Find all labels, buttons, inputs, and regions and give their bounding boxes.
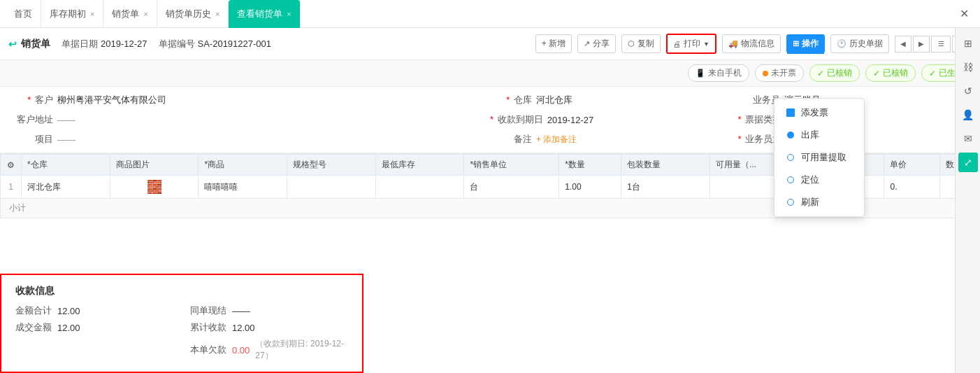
prev-button[interactable]: ◀ [895, 36, 911, 52]
doc-number-field: 单据编号 SA-20191227-001 [159, 38, 272, 50]
print-button-wrapper: 🖨 打印 ▼ [666, 34, 716, 54]
refresh-item[interactable]: 刷新 [774, 191, 864, 213]
window-close-button[interactable]: ✕ [954, 7, 974, 20]
col-pkg-qty: 包装数量 [621, 155, 710, 176]
right-sidebar: ⊞ ⛓ ↺ 👤 ✉ ⤢ [955, 28, 980, 373]
due-amount-row: 本单欠款 0.00 （收款到期日: 2019-12-27） [190, 338, 348, 362]
row-warehouse: 河北仓库 [22, 176, 110, 199]
sidebar-person-icon[interactable]: 👤 [958, 105, 978, 125]
status-bar: 📱 来自手机 未开票 ✓ 已核销 ✓ 已核销 ✓ 已生效 [0, 60, 980, 87]
payment-title: 收款信息 [15, 285, 348, 297]
project-field: 项目 —— [11, 133, 473, 146]
tab-close-inventory[interactable]: × [90, 10, 94, 18]
logistics-icon: 🚚 [728, 39, 738, 48]
phone-icon: 📱 [696, 69, 705, 78]
copy-icon: ⬡ [628, 39, 635, 48]
payment-total-row: 金额合计 12.00 [15, 304, 173, 317]
print-button[interactable]: 🖨 打印 ▼ [668, 35, 715, 52]
add-note-button[interactable]: + 添加备注 [536, 134, 577, 146]
col-price: 单价 [884, 155, 940, 176]
not-open-dot [763, 71, 768, 76]
not-open-tag[interactable]: 未开票 [755, 64, 804, 82]
effective-icon: ✓ [929, 69, 936, 78]
add-invoice-item[interactable]: 添发票 [774, 101, 864, 124]
address-field: 客户地址 —— [11, 113, 473, 126]
tab-sales-history[interactable]: 销货单历史 × [157, 0, 229, 28]
col-unit: *销售单位 [464, 155, 559, 176]
row-min-stock [375, 176, 464, 199]
product-image-icon: 🧱 [147, 180, 162, 194]
sidebar-mail-icon[interactable]: ✉ [958, 129, 978, 148]
sold-tag[interactable]: ✓ 已核销 [865, 64, 916, 82]
tab-sales-order[interactable]: 销货单 × [103, 0, 157, 28]
refresh-icon [787, 199, 794, 206]
due-row [15, 338, 173, 362]
row-qty: 1.00 [559, 176, 621, 199]
logistics-button[interactable]: 🚚 物流信息 [722, 34, 781, 53]
next-button[interactable]: ▶ [913, 36, 930, 52]
sales-order-icon: ↩ [8, 38, 17, 50]
same-order-row: 同单现结 —— [190, 304, 348, 317]
sidebar-expand-icon[interactable]: ⤢ [958, 153, 978, 172]
doc-header: ↩ 销货单 单据日期 2019-12-27 单据编号 SA-20191227-0… [0, 28, 980, 60]
warehouse-field: * 仓库 河北仓库 [490, 94, 721, 106]
operation-button[interactable]: ⊞ 操作 [786, 34, 825, 53]
row-seq: 1 [1, 176, 22, 199]
row-image: 🧱 [110, 176, 199, 199]
sold-icon: ✓ [873, 69, 880, 78]
share-button[interactable]: ↗ 分享 [577, 34, 616, 53]
doc-header-left: ↩ 销货单 单据日期 2019-12-27 单据编号 SA-20191227-0… [8, 38, 271, 50]
sidebar-refresh-icon[interactable]: ↺ [958, 81, 978, 101]
operation-dropdown: 添发票 出库 可用量提取 定位 [774, 98, 865, 217]
col-settings: ⚙ [1, 155, 22, 176]
note-field: 备注 + 添加备注 [490, 133, 721, 146]
row-unit: 台 [464, 176, 559, 199]
available-pick-item[interactable]: 可用量提取 [774, 146, 864, 169]
available-pick-icon [787, 154, 794, 161]
row-price: 0. [884, 176, 940, 199]
tab-close-sales[interactable]: × [143, 10, 147, 18]
cumulative-row: 累计收款 12.00 [190, 321, 348, 334]
deal-amount-row: 成交金额 12.00 [15, 321, 173, 334]
payment-info-box: 收款信息 金额合计 12.00 同单现结 —— 成交金额 12.00 累计收款 … [0, 274, 363, 373]
row-product: 嘻嘻嘻嘻 [199, 176, 287, 199]
sidebar-grid-icon[interactable]: ⊞ [958, 34, 978, 53]
new-button[interactable]: + 新增 [535, 34, 572, 53]
col-qty: *数量 [559, 155, 621, 176]
list-view-button[interactable]: ☰ [931, 36, 951, 52]
customer-field: * 客户 柳州粤港平安气体有限公司 [11, 94, 473, 106]
tab-view-sales[interactable]: 查看销货单 × [229, 0, 300, 28]
doc-header-actions: + 新增 ↗ 分享 ⬡ 复制 🖨 打印 ▼ [535, 34, 972, 54]
col-spec: 规格型号 [287, 155, 376, 176]
print-icon: 🖨 [673, 40, 681, 48]
history-icon: 🕐 [837, 39, 846, 48]
col-warehouse: *仓库 [22, 155, 110, 176]
payment-date-field: * 收款到期日 2019-12-27 [490, 113, 721, 126]
out-warehouse-icon [787, 132, 794, 139]
locate-item[interactable]: 定位 [774, 169, 864, 191]
check-icon: ✓ [817, 69, 824, 78]
doc-date-field: 单据日期 2019-12-27 [62, 38, 147, 50]
col-product: *商品 [199, 155, 287, 176]
tab-close-history[interactable]: × [215, 10, 219, 18]
add-invoice-icon [786, 108, 795, 117]
payment-grid: 金额合计 12.00 同单现结 —— 成交金额 12.00 累计收款 12.00 [15, 304, 348, 362]
sidebar-link-icon[interactable]: ⛓ [958, 57, 978, 77]
copy-button[interactable]: ⬡ 复制 [621, 34, 661, 53]
out-warehouse-item[interactable]: 出库 [774, 124, 864, 146]
col-min-stock: 最低库存 [375, 155, 464, 176]
history-button[interactable]: 🕐 历史单据 [830, 34, 889, 53]
doc-meta: 单据日期 2019-12-27 单据编号 SA-20191227-001 [62, 38, 271, 50]
tab-inventory-init[interactable]: 库存期初 × [41, 0, 103, 28]
tab-home[interactable]: 首页 [6, 0, 41, 28]
row-spec [287, 176, 376, 199]
print-dropdown-arrow: ▼ [703, 41, 709, 48]
tab-close-view[interactable]: × [287, 10, 291, 18]
row-pkg-qty: 1台 [621, 176, 710, 199]
share-icon: ↗ [584, 39, 590, 48]
operation-icon: ⊞ [793, 39, 799, 48]
checked-tag[interactable]: ✓ 已核销 [809, 64, 860, 82]
tab-bar: 首页 库存期初 × 销货单 × 销货单历史 × 查看销货单 × ✕ [0, 0, 980, 28]
from-phone-tag[interactable]: 📱 来自手机 [688, 64, 749, 82]
locate-icon [787, 176, 794, 183]
